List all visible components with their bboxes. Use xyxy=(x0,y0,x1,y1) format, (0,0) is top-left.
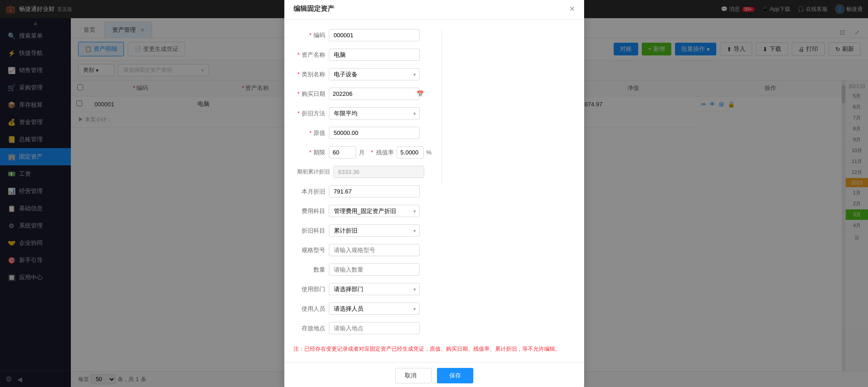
calendar-icon[interactable]: 📅 xyxy=(413,88,427,99)
form-row-category: * 类别名称 电子设备 ▾ xyxy=(293,68,434,80)
form-row-dep-subject: 折旧科目 累计折旧 ▾ xyxy=(293,224,434,237)
form-left-col: * 编码 * 资产名称 xyxy=(293,29,434,185)
modal-close-icon[interactable]: ✕ xyxy=(569,5,575,13)
location-label: 存放地点 xyxy=(293,324,325,332)
residual-rate-input[interactable] xyxy=(397,146,424,159)
form-row-this-month-dep: 本月折旧 xyxy=(293,185,434,198)
original-value-label: * 原值 xyxy=(293,129,325,137)
person-select[interactable]: 请选择人员 xyxy=(329,303,420,315)
category-label: * 类别名称 xyxy=(293,70,325,79)
dept-select[interactable]: 请选择部门 xyxy=(329,283,420,295)
this-month-dep-label: 本月折旧 xyxy=(293,188,325,196)
form-row-opening-dep: 期初累计折旧 xyxy=(293,166,434,178)
form-divider xyxy=(441,29,442,185)
form-row-asset-name: * 资产名称 xyxy=(293,49,434,61)
form-row-dep-method: * 折旧方法 年限平均 ▾ xyxy=(293,107,434,119)
person-label: 使用人员 xyxy=(293,305,325,313)
modal-note: 注：已经存在变更记录或者对应固定资产已经生成凭证，原值、购买日期、残值率、累计折… xyxy=(293,345,575,353)
dep-subject-label: 折旧科目 xyxy=(293,227,325,235)
expense-subject-select[interactable]: 管理费用_固定资产折旧 xyxy=(329,205,420,217)
form-row-period: * 期限 月 * 残值率 % xyxy=(293,146,434,159)
purchase-date-input[interactable] xyxy=(329,88,413,99)
modal-title: 编辑固定资产 xyxy=(293,5,334,13)
expense-subject-label: 费用科目 xyxy=(293,207,325,215)
location-input[interactable] xyxy=(329,322,420,334)
original-value-input[interactable] xyxy=(329,127,420,139)
form-row-expense-subject: 费用科目 管理费用_固定资产折旧 ▾ xyxy=(293,205,434,217)
dep-subject-select[interactable]: 累计折旧 xyxy=(329,224,420,237)
code-input[interactable] xyxy=(329,29,420,41)
save-button[interactable]: 保存 xyxy=(437,368,473,383)
code-label: * 编码 xyxy=(293,31,325,40)
category-select[interactable]: 电子设备 xyxy=(329,68,420,80)
purchase-date-label: * 购买日期 xyxy=(293,90,325,98)
quantity-input[interactable] xyxy=(329,263,420,276)
opening-dep-label: 期初累计折旧 xyxy=(293,168,330,176)
modal-overlay: 编辑固定资产 ✕ * 编码 xyxy=(0,0,868,387)
dept-label: 使用部门 xyxy=(293,285,325,293)
form-row-person: 使用人员 请选择人员 ▾ xyxy=(293,303,434,315)
spec-label: 规格型号 xyxy=(293,246,325,254)
spec-input[interactable] xyxy=(329,244,420,256)
form-row-original-value: * 原值 xyxy=(293,127,434,139)
this-month-dep-input[interactable] xyxy=(329,185,420,198)
edit-asset-modal: 编辑固定资产 ✕ * 编码 xyxy=(284,0,584,387)
modal-header: 编辑固定资产 ✕ xyxy=(284,0,584,20)
quantity-label: 数量 xyxy=(293,266,325,274)
form-row-purchase-date: * 购买日期 📅 xyxy=(293,88,434,100)
form-row-location: 存放地点 xyxy=(293,322,434,334)
form-row-quantity: 数量 xyxy=(293,263,434,276)
form-row-code: * 编码 xyxy=(293,29,434,41)
asset-name-label: * 资产名称 xyxy=(293,51,325,59)
dep-method-label: * 折旧方法 xyxy=(293,109,325,118)
form-right-col: 本月折旧 费用科目 管理费用_固定资产折旧 ▾ xyxy=(293,185,434,342)
asset-name-input[interactable] xyxy=(329,49,420,61)
period-label: * 期限 xyxy=(293,149,325,157)
form-row-spec: 规格型号 xyxy=(293,244,434,256)
cancel-button[interactable]: 取消 xyxy=(395,368,432,383)
dep-method-select[interactable]: 年限平均 xyxy=(329,107,420,119)
form-row-dept: 使用部门 请选择部门 ▾ xyxy=(293,283,434,295)
period-input[interactable] xyxy=(329,146,356,159)
modal-body: * 编码 * 资产名称 xyxy=(284,20,584,362)
opening-dep-input[interactable] xyxy=(333,166,424,178)
modal-footer: 取消 保存 xyxy=(284,362,584,387)
